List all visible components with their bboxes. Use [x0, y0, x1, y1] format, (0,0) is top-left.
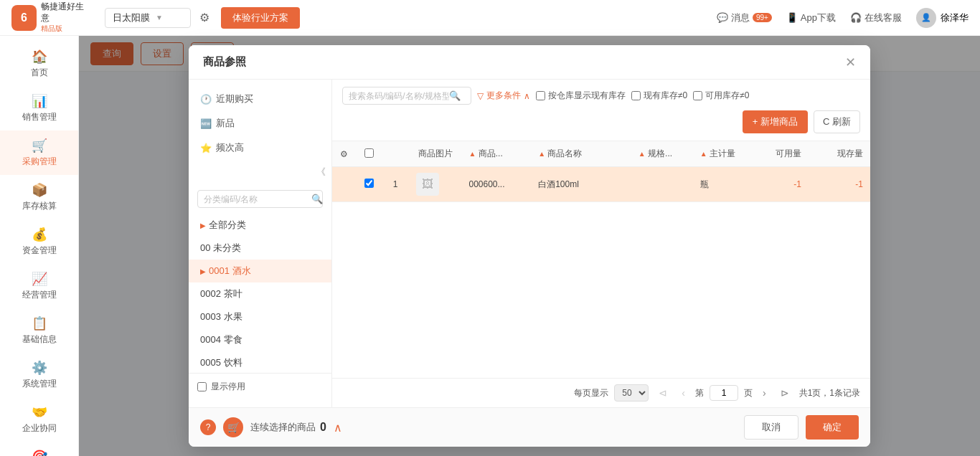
user-avatar-area[interactable]: 👤 徐泽华	[916, 8, 969, 28]
checkbox-avail[interactable]	[693, 91, 702, 100]
recent-purchase-item[interactable]: 🕐 近期购买	[189, 87, 331, 111]
th-avail: 可用量	[747, 141, 809, 167]
th-check[interactable]	[356, 141, 381, 167]
th-settings[interactable]: ⚙	[332, 141, 356, 167]
th-num	[382, 141, 410, 167]
close-icon[interactable]: ✕	[845, 56, 856, 69]
category-0005[interactable]: 0005 饮料	[189, 351, 331, 373]
next-page-button[interactable]: ›	[758, 386, 771, 400]
filter-more-button[interactable]: ▽ 更多条件 ∧	[477, 90, 530, 102]
sidebar-sales-label: 销售管理	[22, 111, 57, 123]
finance-icon: 💰	[32, 227, 47, 242]
nav-selector[interactable]: 日太阳膜 ▼	[105, 8, 191, 28]
sort-icon: ▲	[468, 150, 476, 158]
sidebar-item-guide[interactable]: 🎯 新手引导	[0, 442, 78, 456]
row-name-cell: 白酒100ml	[531, 167, 631, 202]
sort-spec-icon: ▲	[639, 150, 646, 158]
product-table-wrap: ⚙ 商品图片 ▲ 商品...	[332, 141, 870, 378]
sidebar-item-operation[interactable]: 📈 经营管理	[0, 264, 78, 308]
help-icon[interactable]: ?	[200, 419, 216, 435]
logo-text: 畅捷通好生意	[41, 1, 90, 24]
per-page-select[interactable]: 50	[614, 384, 649, 402]
row-avail-cell: -1	[747, 167, 809, 202]
cancel-button[interactable]: 取消	[744, 415, 798, 440]
select-all-checkbox[interactable]	[364, 148, 374, 158]
main-layout: 🏠 首页 📊 销售管理 🛒 采购管理 📦 库存核算 💰 资金管理 📈 经营管理 …	[0, 36, 980, 456]
category-search-icon[interactable]: 🔍	[311, 194, 323, 204]
selected-count-value: 0	[320, 421, 326, 434]
row-check-cell[interactable]	[356, 167, 381, 202]
sidebar-item-purchase[interactable]: 🛒 采购管理	[0, 130, 78, 175]
checkbox-stock[interactable]	[631, 91, 641, 100]
category-0001[interactable]: ▶ 0001 酒水	[189, 260, 331, 282]
app-download-nav-item[interactable]: 📱 App下载	[786, 11, 836, 24]
checkbox-warehouse-label[interactable]: 按仓库显示现有库存	[536, 90, 626, 102]
messages-nav-item[interactable]: 💬 消息 99+	[717, 11, 772, 24]
last-page-button[interactable]: ⊳	[776, 386, 793, 400]
inventory-icon: 📦	[32, 182, 47, 198]
show-disabled-area: 显示停用	[189, 373, 331, 400]
category-0003[interactable]: 0003 水果	[189, 305, 331, 328]
th-unit[interactable]: ▲ 主计量	[693, 141, 747, 167]
table-row[interactable]: 1 🖼 000600... 白酒100ml 瓶 -1 -1	[332, 167, 870, 202]
online-service-nav-item[interactable]: 🎧 在线客服	[850, 11, 902, 24]
sidebar-item-enterprise[interactable]: 🤝 企业协同	[0, 397, 78, 442]
collapse-footer-button[interactable]: ∧	[334, 421, 342, 434]
selected-count-label: 连续选择的商品	[250, 421, 316, 434]
sidebar-item-system[interactable]: ⚙️ 系统管理	[0, 353, 78, 397]
frequent-item[interactable]: ⭐ 频次高	[189, 136, 331, 160]
table-header-row: ⚙ 商品图片 ▲ 商品...	[332, 141, 870, 167]
category-search-box: 🔍	[197, 190, 323, 208]
first-page-button[interactable]: ⊲	[654, 386, 672, 400]
content-area: 查询 设置 刷新 商品参照 ✕ 🕐 近期购买	[79, 36, 980, 456]
show-disabled-label[interactable]: 显示停用	[211, 381, 245, 393]
nav-right: 💬 消息 99+ 📱 App下载 🎧 在线客服 👤 徐泽华	[717, 8, 969, 28]
row-stock-cell: -1	[809, 167, 870, 202]
th-code[interactable]: ▲ 商品...	[461, 141, 531, 167]
row-checkbox[interactable]	[364, 179, 374, 188]
product-search-input[interactable]	[349, 91, 449, 101]
product-thumbnail: 🖼	[416, 173, 439, 196]
recent-label: 近期购买	[216, 92, 253, 105]
modal-title: 商品参照	[203, 55, 246, 69]
footer-left: ? 🛒 连续选择的商品 0 ∧	[200, 417, 342, 437]
gear-icon[interactable]: ⚙	[199, 11, 209, 24]
confirm-button[interactable]: 确定	[806, 415, 859, 440]
category-0004[interactable]: 0004 零食	[189, 328, 331, 351]
category-0002[interactable]: 0002 茶叶	[189, 282, 331, 305]
th-spec[interactable]: ▲ 规格...	[631, 141, 693, 167]
logo-icon: 6	[11, 5, 37, 31]
category-all[interactable]: ▶ 全部分类	[189, 214, 331, 237]
sidebar-home-label: 首页	[31, 67, 48, 79]
page-label: 第	[695, 387, 704, 399]
category-search-input[interactable]	[204, 194, 311, 204]
product-table-body: 1 🖼 000600... 白酒100ml 瓶 -1 -1	[332, 167, 870, 202]
sidebar-item-inventory[interactable]: 📦 库存核算	[0, 175, 78, 219]
new-product-item[interactable]: 🆕 新品	[189, 111, 331, 136]
checkbox-stock-label[interactable]: 现有库存≠0	[631, 90, 687, 102]
basic-icon: 📋	[32, 315, 47, 331]
sidebar-item-finance[interactable]: 💰 资金管理	[0, 219, 78, 264]
page-number-input[interactable]	[710, 385, 738, 401]
show-disabled-checkbox[interactable]	[197, 382, 207, 391]
sidebar-item-basic[interactable]: 📋 基础信息	[0, 308, 78, 353]
app-download-label: App下载	[801, 11, 836, 24]
checkbox-warehouse[interactable]	[536, 91, 545, 100]
collapse-left-button[interactable]: 《	[189, 160, 331, 184]
category-00[interactable]: 00 未分类	[189, 237, 331, 260]
trial-button[interactable]: 体验行业方案	[221, 7, 300, 29]
th-name[interactable]: ▲ 商品名称	[531, 141, 631, 167]
prev-page-button[interactable]: ‹	[677, 386, 689, 400]
search-icon[interactable]: 🔍	[449, 90, 461, 101]
add-product-button[interactable]: + 新增商品	[743, 110, 808, 133]
sidebar-item-sales[interactable]: 📊 销售管理	[0, 86, 78, 130]
sidebar-item-home[interactable]: 🏠 首页	[0, 42, 78, 86]
cart-icon[interactable]: 🛒	[223, 417, 243, 437]
home-icon: 🏠	[32, 49, 47, 65]
th-code-label: 商品...	[479, 148, 503, 158]
chevron-down-icon: ▼	[156, 14, 163, 22]
sidebar-inventory-label: 库存核算	[22, 200, 57, 212]
checkbox-avail-label[interactable]: 可用库存≠0	[693, 90, 749, 102]
refresh-button[interactable]: C 刷新	[814, 110, 860, 133]
messages-badge: 99+	[753, 13, 772, 22]
